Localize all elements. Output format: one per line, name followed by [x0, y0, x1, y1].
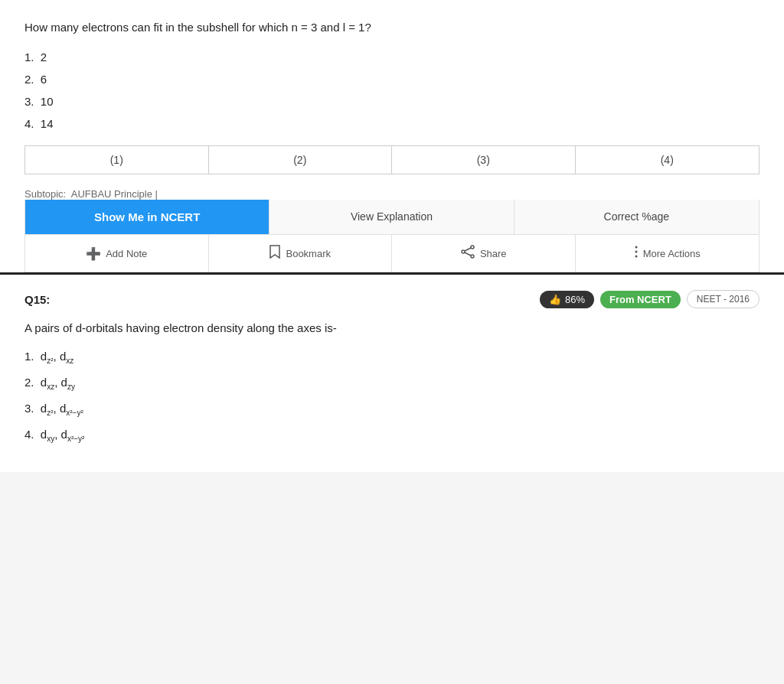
svg-point-1 — [471, 255, 474, 258]
option-2-value: 6 — [41, 73, 47, 86]
option-3-value: 10 — [41, 95, 54, 108]
exam-badge-label: NEET - 2016 — [697, 294, 750, 305]
question-15-options: 1. dz², dxz 2. dxz, dzy 3. dz², dx²−y² 4… — [24, 350, 760, 443]
like-badge: 👍 86% — [540, 291, 594, 308]
svg-point-6 — [635, 251, 637, 253]
q15-badges: 👍 86% From NCERT NEET - 2016 — [540, 290, 760, 308]
subtopic-value: AUFBAU Principle | — [71, 188, 158, 200]
action-bar: Show Me in NCERT View Explanation Correc… — [24, 200, 760, 235]
option-2[interactable]: 2. 6 — [24, 73, 760, 86]
more-actions-icon — [634, 245, 639, 262]
svg-point-0 — [471, 246, 474, 249]
more-actions-label: More Actions — [643, 248, 701, 259]
option-4-value: 14 — [41, 117, 54, 130]
add-note-button[interactable]: ➕ Add Note — [25, 235, 209, 272]
correct-percentage-button[interactable]: Correct %age — [514, 200, 759, 234]
option-1[interactable]: 1. 2 — [24, 50, 760, 64]
share-button[interactable]: Share — [392, 235, 576, 272]
option-3-number: 3. — [24, 95, 34, 108]
answer-cell-3[interactable]: (3) — [392, 146, 576, 174]
bookmark-button[interactable]: Bookmark — [209, 235, 393, 272]
ncert-badge: From NCERT — [600, 291, 681, 308]
question-14-block: How many electrons can fit in the subshe… — [0, 0, 784, 272]
svg-point-7 — [635, 256, 637, 258]
q15-number: Q15: — [24, 293, 50, 306]
share-icon — [460, 245, 475, 262]
q15-option-2-number: 2. — [24, 376, 34, 389]
svg-line-4 — [465, 252, 471, 256]
view-explanation-button[interactable]: View Explanation — [270, 200, 514, 234]
option-4[interactable]: 4. 14 — [24, 117, 760, 130]
subtopic-row: Subtopic: AUFBAU Principle | — [24, 182, 760, 200]
q15-option-2[interactable]: 2. dxz, dzy — [24, 376, 760, 391]
question-14-options: 1. 2 2. 6 3. 10 4. 14 — [24, 50, 760, 130]
q15-header: Q15: 👍 86% From NCERT NEET - 2016 — [24, 290, 760, 308]
add-note-icon: ➕ — [86, 246, 101, 261]
q15-option-4[interactable]: 4. dxy, dx²−y² — [24, 428, 760, 443]
q15-option-4-number: 4. — [24, 428, 34, 441]
option-1-number: 1. — [24, 50, 34, 64]
show-ncert-button[interactable]: Show Me in NCERT — [25, 200, 270, 234]
exam-badge: NEET - 2016 — [687, 290, 760, 308]
q15-option-3[interactable]: 3. dz², dx²−y² — [24, 402, 760, 417]
option-3[interactable]: 3. 10 — [24, 95, 760, 108]
ncert-badge-label: From NCERT — [609, 294, 671, 305]
q15-option-1[interactable]: 1. dz², dxz — [24, 350, 760, 365]
svg-line-3 — [465, 248, 471, 251]
option-1-value: 2 — [41, 50, 47, 64]
q15-option-1-number: 1. — [24, 350, 34, 363]
question-15-text: A pairs of d-orbitals having electron de… — [24, 319, 760, 337]
add-note-label: Add Note — [106, 248, 147, 259]
share-label: Share — [480, 248, 507, 259]
answer-cell-1[interactable]: (1) — [25, 146, 209, 174]
more-actions-button[interactable]: More Actions — [576, 235, 760, 272]
answer-grid: (1) (2) (3) (4) — [24, 145, 760, 174]
q15-option-3-number: 3. — [24, 402, 34, 415]
question-14-text: How many electrons can fit in the subshe… — [24, 18, 760, 37]
icon-bar: ➕ Add Note Bookmark — [24, 235, 760, 272]
answer-cell-4[interactable]: (4) — [576, 146, 760, 174]
option-2-number: 2. — [24, 73, 34, 86]
svg-point-5 — [635, 246, 637, 249]
question-15-block: Q15: 👍 86% From NCERT NEET - 2016 A pair… — [0, 275, 784, 472]
svg-point-2 — [462, 250, 465, 253]
page-container: How many electrons can fit in the subshe… — [0, 0, 784, 472]
bookmark-icon — [269, 244, 281, 262]
answer-cell-2[interactable]: (2) — [209, 146, 393, 174]
bookmark-label: Bookmark — [286, 248, 331, 259]
like-percent: 86% — [565, 294, 585, 305]
thumbs-up-icon: 👍 — [549, 294, 561, 305]
option-4-number: 4. — [24, 117, 34, 130]
subtopic-label: Subtopic: — [24, 188, 66, 200]
